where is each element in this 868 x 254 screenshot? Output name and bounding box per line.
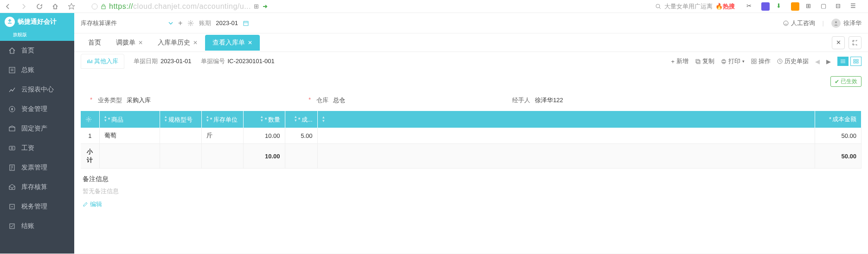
ledger-icon — [8, 66, 16, 74]
refresh-icon[interactable] — [36, 3, 43, 10]
close-icon[interactable]: ✕ — [138, 39, 143, 46]
col-cost[interactable]: ▴▾*成... — [285, 111, 317, 128]
svg-point-29 — [88, 118, 90, 120]
list-view-button[interactable] — [837, 57, 849, 66]
col-gear[interactable] — [81, 111, 99, 128]
handler-field: 经手人徐泽华122 — [512, 96, 563, 104]
sidebar-item-tax[interactable]: 税务管理 — [0, 197, 74, 216]
doc-date: 单据日期2023-01-01 — [134, 57, 192, 65]
col-product[interactable]: ▴▾*商品 — [99, 111, 160, 128]
col-amount[interactable]: *成本金额 — [815, 111, 862, 128]
card-view-button[interactable] — [850, 57, 862, 66]
gear-icon[interactable] — [187, 20, 194, 27]
selector-value: 库存核算课件 — [81, 19, 117, 27]
go-icon[interactable] — [262, 3, 268, 10]
sidebar-item-salary[interactable]: 工资 — [0, 138, 74, 158]
edit-link[interactable]: 编辑 — [83, 200, 860, 208]
chart-icon — [87, 59, 92, 64]
subtotal-row: 小计 10.00 50.00 — [81, 144, 862, 169]
form-row: *业务类型采购入库 *仓库总仓 经手人徐泽华122 — [81, 92, 862, 111]
ext-icon-2[interactable] — [761, 2, 770, 11]
next-icon[interactable]: ▶ — [826, 58, 831, 65]
nav-label: 税务管理 — [21, 202, 47, 211]
cell-amount: 50.00 — [815, 128, 862, 144]
col-empty[interactable]: ▴▾ — [317, 111, 815, 128]
table-row[interactable]: 1 葡萄 斤 10.00 5.00 50.00 — [81, 128, 862, 144]
col-unit[interactable]: ▴▾*库存单位 — [201, 111, 243, 128]
period-value[interactable]: 2023-01 — [216, 20, 238, 26]
qr-icon[interactable]: ⊞ — [254, 3, 259, 10]
close-icon[interactable]: ✕ — [248, 39, 252, 46]
svg-rect-28 — [856, 62, 858, 63]
svg-rect-21 — [754, 59, 756, 61]
tab-home[interactable]: 首页 — [81, 35, 109, 51]
sidebar-item-home[interactable]: 首页 — [0, 41, 74, 60]
star-icon[interactable] — [68, 3, 75, 10]
ext-icon-5[interactable]: ⊞ — [806, 2, 814, 11]
brand-name: 畅捷通好会计 — [18, 18, 57, 26]
tab-view-instock[interactable]: 查看入库单✕ — [205, 35, 260, 51]
ext-icon-7[interactable]: ⊟ — [836, 2, 844, 11]
close-all-button[interactable]: ✕ — [832, 36, 845, 49]
sidebar-item-stock[interactable]: 库存核算 — [0, 177, 74, 197]
address-bar[interactable]: https://cloud.chanjet.com/accounting/u..… — [82, 2, 643, 11]
sidebar-item-asset[interactable]: 固定资产 — [0, 119, 74, 138]
new-button[interactable]: + 新增 — [671, 57, 688, 65]
shield-icon — [91, 3, 98, 10]
calendar-icon[interactable] — [243, 20, 249, 26]
user-menu[interactable]: 徐泽华 — [831, 19, 862, 28]
remark-section: 备注信息 暂无备注信息 编辑 — [81, 169, 862, 215]
cell-qty: 10.00 — [243, 128, 285, 144]
svg-rect-1 — [102, 6, 105, 9]
sidebar-item-ledger[interactable]: 总账 — [0, 60, 74, 80]
nav-label: 云报表中心 — [21, 85, 54, 94]
svg-rect-25 — [854, 59, 855, 61]
home-icon — [8, 47, 16, 54]
copy-button[interactable]: 复制 — [695, 57, 714, 65]
svg-rect-15 — [696, 59, 699, 63]
tab-instock-history[interactable]: 入库单历史✕ — [150, 35, 205, 51]
svg-point-2 — [656, 4, 660, 8]
doc-code: 单据编号IC-20230101-001 — [201, 57, 275, 65]
fullscreen-button[interactable] — [849, 36, 862, 49]
tab-transfer[interactable]: 调拨单✕ — [109, 35, 150, 51]
cell-spec — [160, 128, 201, 144]
back-icon[interactable] — [5, 3, 11, 10]
ext-icon-6[interactable]: ▢ — [821, 2, 829, 11]
sidebar-item-closing[interactable]: 结账 — [0, 216, 74, 236]
cell-no: 1 — [81, 128, 99, 144]
svg-rect-18 — [723, 59, 725, 60]
close-icon[interactable]: ✕ — [193, 39, 198, 46]
support-link[interactable]: 人工咨询 — [783, 19, 815, 27]
col-spec[interactable]: ▴▾规格型号 — [160, 111, 201, 128]
col-qty[interactable]: ▴▾*数量 — [243, 111, 285, 128]
data-table: ▴▾*商品 ▴▾规格型号 ▴▾*库存单位 ▴▾*数量 ▴▾*成... ▴▾ *成… — [81, 111, 862, 169]
ext-icon-4[interactable] — [791, 2, 799, 11]
forward-icon[interactable] — [20, 3, 27, 10]
sidebar-item-report[interactable]: 云报表中心 — [0, 80, 74, 99]
print-button[interactable]: 打印 ▾ — [721, 57, 745, 65]
logo[interactable]: 畅捷通好会计 — [0, 13, 74, 31]
svg-rect-12 — [244, 21, 248, 26]
home-icon[interactable] — [52, 3, 58, 10]
ops-button[interactable]: 操作 — [751, 57, 771, 65]
menu-icon[interactable]: ☰ — [850, 2, 859, 11]
stock-icon — [8, 183, 16, 191]
browser-search[interactable]: 大量女单用广运离 🔥热搜 — [650, 2, 739, 11]
avatar-icon — [831, 19, 841, 28]
search-placeholder: 大量女单用广运离 — [664, 2, 713, 11]
svg-point-14 — [835, 21, 837, 23]
ext-icon-3[interactable]: ⬇ — [776, 2, 784, 11]
sidebar-item-invoice[interactable]: 发票管理 — [0, 158, 74, 177]
account-selector[interactable]: 库存核算课件 — [81, 19, 174, 27]
sidebar-item-fund[interactable]: 资金管理 — [0, 99, 74, 119]
add-icon[interactable]: + — [178, 19, 182, 27]
nav-label: 首页 — [21, 46, 34, 55]
prev-icon[interactable]: ◀ — [815, 58, 820, 65]
browser-bar: https://cloud.chanjet.com/accounting/u..… — [0, 0, 868, 13]
svg-point-11 — [190, 22, 192, 24]
subtab-other-instock[interactable]: 其他入库 — [81, 54, 124, 69]
cell-cost: 5.00 — [285, 128, 317, 144]
history-button[interactable]: 历史单据 — [777, 57, 809, 65]
ext-icon-1[interactable]: ✂ — [746, 2, 755, 11]
